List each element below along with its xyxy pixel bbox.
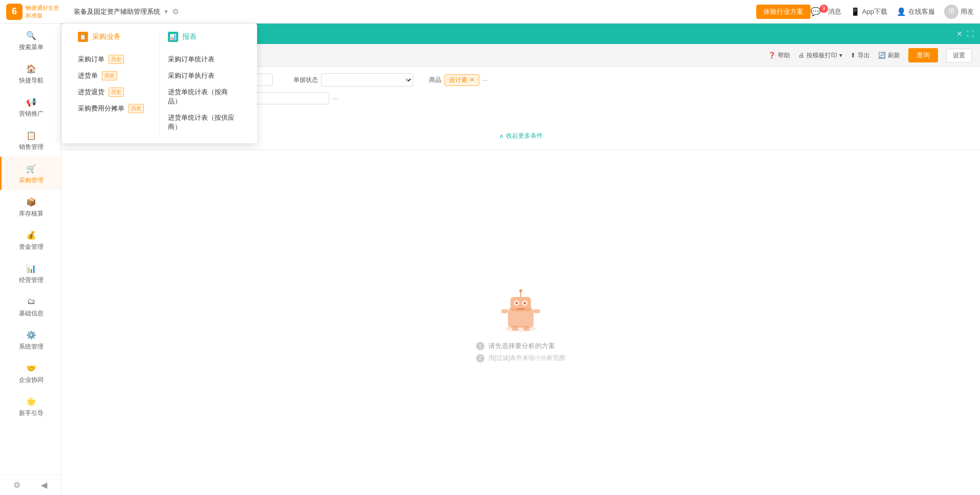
avatar: 用 (944, 5, 958, 19)
report-col-icon: 📊 (168, 32, 178, 42)
industry-button[interactable]: 体验行业方案 (756, 5, 811, 19)
online-service-item[interactable]: 👤 在线客服 (897, 7, 935, 16)
svg-rect-7 (517, 308, 525, 310)
svg-point-9 (519, 289, 522, 292)
hint1-num-icon: 1 (476, 342, 484, 350)
svg-rect-13 (523, 326, 529, 331)
empty-hint-2: 用[过滤]条件来缩小分析范围 (488, 354, 566, 362)
bill-status-filter: 单据状态 ▾ (293, 73, 409, 87)
hist-badge-1: 历史 (102, 71, 117, 80)
export-icon: ⬆ (850, 52, 856, 59)
refresh-button[interactable]: 🔄 刷新 (878, 51, 900, 60)
operations-icon: 📊 (26, 263, 37, 274)
service-icon: 👤 (897, 7, 906, 16)
tab-bar-actions: ✕ ⛶ (956, 30, 980, 38)
query-button[interactable]: 查询 (908, 48, 938, 62)
mobile-icon: 📱 (850, 7, 860, 16)
goods-dots-btn[interactable]: ··· (482, 76, 488, 84)
sidebar-settings-btn[interactable]: ⚙ (5, 480, 29, 490)
salesman-dots-btn[interactable]: ··· (332, 94, 338, 102)
help-icon: ❓ (768, 52, 776, 59)
message-badge: 9 (820, 5, 828, 13)
guide-icon: 🌟 (26, 396, 37, 407)
messages-item[interactable]: 💬 9 消息 (811, 7, 841, 16)
refresh-icon: 🔄 (878, 52, 886, 59)
system-icon: ⚙️ (26, 329, 37, 340)
hist-badge-3: 历史 (129, 104, 144, 113)
hist-badge-2: 历史 (109, 88, 124, 97)
dropdown-purchase-col: 📋 采购业务 采购订单 历史 进货单 历史 进货退货 历史 采购费用分摊单 历史 (70, 32, 160, 135)
dropdown-item-receipt[interactable]: 进货单 历史 (78, 68, 151, 84)
tab-close-all-icon[interactable]: ✕ (956, 30, 963, 38)
dropdown-report-col: 📊 报表 采购订单统计表 采购订单执行表 进货单统计表（按商品） 进货单统计表（… (160, 32, 249, 135)
home-icon: 🏠 (26, 63, 37, 74)
sidebar-item-quick[interactable]: 🏠 快捷导航 (0, 57, 61, 90)
svg-point-5 (516, 302, 518, 305)
bill-status-select[interactable] (321, 73, 413, 87)
search-icon: 🔍 (26, 30, 37, 41)
sidebar-bottom: ⚙ ◀ (0, 475, 61, 495)
dropdown-item-return[interactable]: 进货退货 历史 (78, 84, 151, 100)
sidebar-item-system[interactable]: ⚙️ 系统管理 (0, 323, 61, 356)
robot-svg (490, 283, 551, 334)
sidebar-item-inventory[interactable]: 📦 库存核算 (0, 190, 61, 223)
goods-tag-close[interactable]: ✕ (470, 76, 475, 83)
sidebar-item-search[interactable]: 🔍 搜索菜单 (0, 24, 61, 57)
purchase-icon: 🛒 (26, 163, 37, 174)
collapse-arrow-icon: ∧ (499, 133, 504, 140)
purchase-col-icon: 📋 (78, 32, 88, 42)
marketing-icon: 📢 (26, 96, 37, 107)
content-area: 1 请先选择要分析的方案 2 用[过滤]条件来缩小分析范围 (61, 150, 980, 495)
top-bar: 6 畅捷通好生意 标准版 装备及固定资产辅助管理系统 ▾ ⚙ 体验行业方案 💬 … (0, 0, 980, 24)
export-button[interactable]: ⬆ 导出 (850, 51, 870, 60)
bill-status-label: 单据状态 (293, 76, 318, 84)
message-icon: 💬 (811, 7, 821, 16)
app-download-item[interactable]: 📱 App下载 (850, 7, 887, 16)
settings-gear-icon[interactable]: ⚙ (172, 7, 179, 16)
user-item[interactable]: 用 用友 (944, 5, 974, 19)
hist-badge-0: 历史 (109, 55, 124, 64)
dropdown-report-title: 📊 报表 (168, 32, 241, 45)
sales-icon: 📋 (26, 130, 37, 141)
help-button[interactable]: ❓ 帮助 (768, 51, 790, 60)
top-bar-right: 💬 9 消息 📱 App下载 👤 在线客服 用 用友 (811, 5, 974, 19)
title-dropdown-icon[interactable]: ▾ (164, 8, 168, 15)
print-dropdown-icon[interactable]: ▾ (839, 52, 842, 59)
sidebar-item-basic[interactable]: 🗂 基础信息 (0, 290, 61, 323)
dropdown-item-expense[interactable]: 采购费用分摊单 历史 (78, 100, 151, 117)
dropdown-menu: 📋 采购业务 采购订单 历史 进货单 历史 进货退货 历史 采购费用分摊单 历史… (61, 24, 257, 143)
sidebar-item-guide[interactable]: 🌟 新手引导 (0, 390, 61, 423)
sidebar: 🔍 搜索菜单 🏠 快捷导航 📢 营销推广 📋 销售管理 🛒 采购管理 📦 库存核… (0, 24, 61, 495)
sidebar-collapse-btn[interactable]: ◀ (33, 480, 56, 490)
svg-rect-11 (534, 309, 540, 313)
inventory-icon: 📦 (26, 196, 37, 207)
svg-rect-10 (501, 309, 508, 313)
dropdown-purchase-title: 📋 采购业务 (78, 32, 151, 45)
dropdown-item-purchase-order[interactable]: 采购订单 历史 (78, 51, 151, 68)
sidebar-item-marketing[interactable]: 📢 营销推广 (0, 90, 61, 123)
sidebar-item-purchase[interactable]: 🛒 采购管理 (0, 157, 61, 190)
goods-tag: 设计素 ✕ (444, 74, 479, 86)
logo: 6 畅捷通好生意 标准版 (6, 4, 68, 20)
svg-rect-12 (512, 326, 518, 331)
print-button[interactable]: 🖨 按模板打印 ▾ (798, 51, 842, 60)
sidebar-item-sales[interactable]: 📋 销售管理 (0, 123, 61, 157)
goods-label: 商品 (429, 76, 441, 84)
sidebar-item-enterprise[interactable]: 🤝 企业协同 (0, 356, 61, 390)
dropdown-item-receipt-stat-goods[interactable]: 进货单统计表（按商品） (168, 84, 241, 110)
dropdown-item-order-stat[interactable]: 采购订单统计表 (168, 51, 241, 68)
system-title: 装备及固定资产辅助管理系统 ▾ ⚙ (68, 7, 752, 16)
sidebar-item-operations[interactable]: 📊 经营管理 (0, 256, 61, 290)
sidebar-item-finance[interactable]: 💰 资金管理 (0, 223, 61, 256)
tab-expand-icon[interactable]: ⛶ (967, 30, 974, 38)
enterprise-icon: 🤝 (26, 362, 37, 374)
empty-illustration (490, 283, 551, 335)
dropdown-item-receipt-stat-supplier[interactable]: 进货单统计表（按供应商） (168, 110, 241, 135)
finance-icon: 💰 (26, 229, 37, 241)
dropdown-item-order-exec[interactable]: 采购订单执行表 (168, 68, 241, 84)
empty-hint-1: 请先选择要分析的方案 (488, 341, 555, 351)
settings-button[interactable]: 设置 (946, 49, 972, 62)
hint2-num-icon: 2 (476, 354, 484, 362)
print-icon: 🖨 (798, 52, 804, 59)
svg-point-6 (524, 302, 526, 305)
